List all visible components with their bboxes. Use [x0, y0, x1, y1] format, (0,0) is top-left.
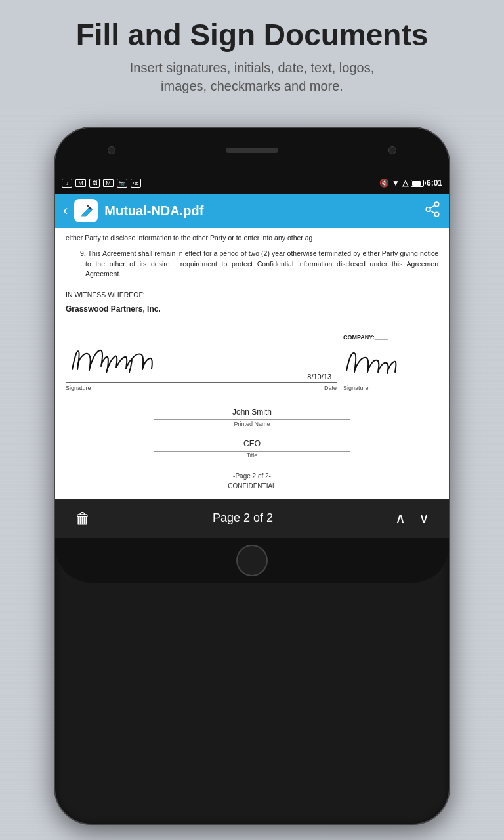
pen-icon — [78, 203, 94, 219]
share-button[interactable] — [424, 201, 441, 220]
left-sig-col: 8/10/13 Signature Date — [66, 340, 337, 393]
share-icon — [424, 201, 441, 218]
status-icons-right: 🔇 ▼ △ 6:01 — [379, 178, 442, 188]
bottom-bar: 🗑 Page 2 of 2 ∧ ∨ — [55, 499, 449, 538]
doc-witness-label: IN WITNESS WHEREOF: — [66, 290, 438, 301]
printed-name-label: Printed Name — [66, 420, 438, 429]
signal-icon: △ — [402, 178, 408, 188]
sig-line-labels: Signature Date — [66, 382, 337, 393]
page-title: Fill and Sign Documents — [26, 18, 478, 52]
home-button[interactable] — [236, 545, 268, 576]
mail-icon-2 — [103, 179, 114, 187]
sig-label: Signature — [66, 384, 91, 393]
svg-line-4 — [430, 205, 434, 208]
toolbar-filename: Mutual-NDA.pdf — [104, 203, 417, 219]
doc-para-9: 9. This Agreement shall remain in effect… — [66, 249, 438, 280]
svg-point-0 — [434, 202, 439, 207]
page-footer: -Page 2 of 2- CONFIDENTIAL — [66, 471, 438, 491]
top-header: Fill and Sign Documents Insert signature… — [0, 0, 504, 108]
title-label: Title — [66, 452, 438, 461]
phone-camera-left — [108, 146, 116, 154]
lance-signature-svg — [343, 345, 409, 377]
doc-para-1: either Party to disclose information to … — [66, 233, 438, 243]
status-time: 6:01 — [427, 178, 442, 188]
app-toolbar: ‹ Mutual-NDA.pdf — [55, 194, 449, 228]
status-bar: ↓ 🖼 📷 🛍 🔇 ▼ △ 6:01 — [55, 173, 449, 194]
right-sig-line: Signature — [343, 381, 438, 393]
wifi-icon: ▼ — [392, 178, 400, 188]
phone-device: ↓ 🖼 📷 🛍 🔇 ▼ △ 6:01 ‹ — [55, 128, 449, 824]
nav-arrows: ∧ ∨ — [395, 510, 429, 527]
date-value: 8/10/13 — [307, 371, 337, 383]
page-footer-line1: -Page 2 of 2- — [66, 471, 438, 481]
phone-camera-right — [388, 146, 396, 154]
trash-button[interactable]: 🗑 — [75, 509, 91, 528]
company-label: COMPANY:____ — [343, 333, 438, 343]
title-row: CEO Title — [66, 438, 438, 461]
image-icon: 🖼 — [89, 178, 100, 188]
title-value: CEO — [66, 438, 438, 451]
next-page-button[interactable]: ∨ — [419, 510, 429, 527]
prev-page-button[interactable]: ∧ — [395, 510, 406, 527]
svg-point-2 — [434, 212, 439, 217]
page-indicator: Page 2 of 2 — [213, 511, 273, 525]
back-button[interactable]: ‹ — [63, 202, 68, 219]
date-label: Date — [324, 384, 337, 393]
right-sig-label: Signature — [343, 385, 369, 391]
gmail-icon — [75, 179, 86, 187]
signature-row: 8/10/13 Signature Date COMPANY:____ — [66, 333, 438, 393]
phone-bottom-bezel — [55, 538, 449, 583]
svg-point-1 — [426, 207, 430, 212]
bag-icon: 🛍 — [131, 178, 141, 188]
phone-speaker — [226, 148, 278, 153]
mute-icon: 🔇 — [379, 178, 389, 188]
document-content: either Party to disclose information to … — [55, 228, 449, 499]
phone-top-bezel — [55, 128, 449, 173]
svg-line-3 — [430, 211, 434, 213]
john-smith-signature-svg — [66, 340, 197, 379]
printed-name-value: John Smith — [66, 406, 438, 419]
sig-image-row: 8/10/13 — [66, 340, 337, 383]
doc-company-name: Grasswood Partners, Inc. — [66, 303, 438, 315]
app-icon — [74, 199, 98, 222]
notification-icon: ↓ — [62, 178, 72, 188]
signature-image — [66, 340, 197, 383]
camera-icon: 📷 — [117, 178, 127, 188]
page-footer-line2: CONFIDENTIAL — [66, 481, 438, 491]
printed-name-row: John Smith Printed Name — [66, 406, 438, 429]
right-sig-col: COMPANY:____ Signature — [343, 333, 438, 393]
phone-screen: ↓ 🖼 📷 🛍 🔇 ▼ △ 6:01 ‹ — [55, 173, 449, 538]
status-icons-left: ↓ 🖼 📷 🛍 — [62, 178, 141, 188]
battery-icon — [411, 180, 424, 187]
page-subtitle: Insert signatures, initials, date, text,… — [26, 58, 478, 95]
